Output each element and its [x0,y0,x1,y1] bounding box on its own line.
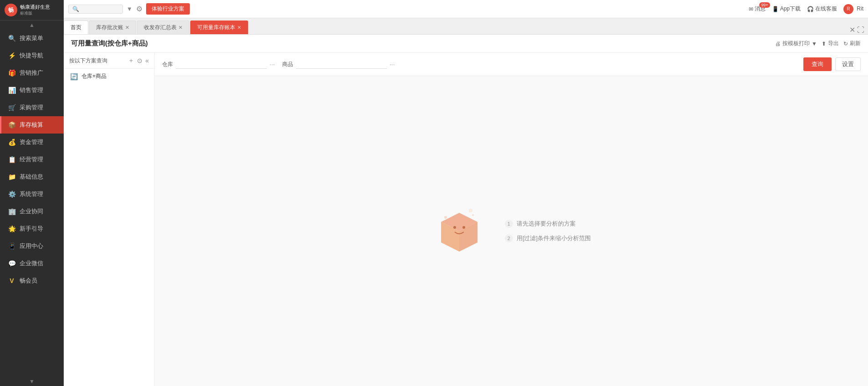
empty-tip-1: 1 请先选择要分析的方案 [505,220,591,228]
tab-receipt-summary-close[interactable]: ✕ [178,25,183,31]
query-button[interactable]: 查询 [803,57,832,71]
message-count: 99+ [759,2,770,8]
search-icon: 🔍 [8,35,16,42]
collapse-filter-button[interactable]: « [145,57,149,65]
empty-state: 1 请先选择要分析的方案 2 用[过滤]条件来缩小分析范围 [155,76,868,386]
sidebar-label-enterprise: 企业协同 [20,207,43,216]
topbar-search-input[interactable] [81,6,117,12]
topbar-gear-icon[interactable]: ⚙ [136,5,142,13]
sidebar-item-newbie[interactable]: 🌟 新手引导 [0,220,64,237]
phone-icon: 📱 [772,6,779,12]
refresh-label: 刷新 [850,40,861,47]
app-download-link[interactable]: 📱 App下载 [772,5,801,13]
clipboard-icon: 📋 [8,156,16,163]
sidebar-label-finance: 资金管理 [20,138,43,146]
tip-number-1: 1 [505,220,513,228]
tab-available-qty[interactable]: 可用量库存账本 ✕ [190,21,248,34]
sidebar-label-vip: 畅会员 [20,277,37,285]
sidebar-item-wechat[interactable]: 💬 企业微信 [0,255,64,272]
product-input[interactable] [296,60,387,69]
tab-receipt-summary[interactable]: 收发存汇总表 ✕ [137,21,189,34]
sidebar-scroll-down[interactable]: ▼ [0,377,64,386]
shortcut-icon: ⚡ [8,52,16,59]
page-header-actions: 🖨 按模板打印 ▼ ⬆ 导出 ↻ 刷新 [775,40,861,47]
print-template-button[interactable]: 🖨 按模板打印 ▼ [775,40,817,47]
sidebar-scroll-up[interactable]: ▲ [0,21,64,30]
cart-icon: 🛒 [8,104,16,111]
sidebar-item-operations[interactable]: 📋 经营管理 [0,151,64,168]
topbar-dropdown-arrow[interactable]: ▼ [127,5,132,12]
sidebar-item-search[interactable]: 🔍 搜索菜单 [0,30,64,47]
export-icon: ⬆ [822,41,826,47]
topbar-right-actions: ✉ 消息 99+ 📱 App下载 🎧 在线客服 R Rit [749,4,863,14]
product-label: 商品 [282,61,293,68]
tab-receipt-summary-label: 收发存汇总表 [144,24,177,31]
app-name-block: 畅康通好生意 标准版 [20,4,50,16]
sidebar-label-wechat: 企业微信 [20,259,43,268]
refresh-button[interactable]: ↻ 刷新 [843,40,861,47]
app-download-label: App下载 [780,5,801,13]
sidebar-item-basic-info[interactable]: 📁 基础信息 [0,168,64,185]
product-more-button[interactable]: ··· [390,61,395,68]
filter-item-warehouse-product[interactable]: 🔄 仓库+商品 [64,69,154,84]
empty-tip-2: 2 用[过滤]条件来缩小分析范围 [505,234,591,242]
app-version: 标准版 [20,10,50,16]
online-service-label: 在线客服 [815,5,837,13]
warehouse-field: 仓库 ··· [162,60,275,69]
sidebar-label-inventory: 库存核算 [20,121,43,129]
sidebar-item-system[interactable]: ⚙️ 系统管理 [0,185,64,203]
export-button[interactable]: ⬆ 导出 [822,40,839,47]
vip-icon: V [8,277,16,284]
settings-filter-button[interactable]: ⊙ [137,57,142,65]
star-icon: 🌟 [8,225,16,232]
sidebar-item-marketing[interactable]: 🎁 营销推广 [0,64,64,82]
sidebar-label-search: 搜索菜单 [20,34,43,42]
sidebar-item-inventory[interactable]: 📦 库存核算 [0,116,64,134]
filter-header-buttons: ＋ ⊙ « [128,57,149,65]
message-badge[interactable]: ✉ 消息 99+ [749,5,766,13]
trial-industry-button[interactable]: 体验行业方案 [146,3,190,15]
sidebar-label-operations: 经营管理 [20,155,43,164]
tab-batch-ledger[interactable]: 库存批次账 ✕ [89,21,136,34]
headset-icon: 🎧 [807,6,814,12]
tab-close-all-button[interactable]: ✕ [849,26,855,34]
sidebar-item-vip[interactable]: V 畅会员 [0,272,64,289]
sidebar-item-shortcut[interactable]: ⚡ 快捷导航 [0,47,64,64]
folder-icon: 📁 [8,173,16,180]
tab-batch-ledger-close[interactable]: ✕ [125,25,129,31]
warehouse-more-button[interactable]: ··· [269,61,275,68]
sidebar-item-finance[interactable]: 💰 资金管理 [0,134,64,151]
warehouse-input[interactable] [176,60,267,69]
app-name: 畅康通好生意 [20,4,50,10]
tip-text-1: 请先选择要分析的方案 [517,220,576,228]
warehouse-label: 仓库 [162,61,173,68]
wechat-icon: 💬 [8,260,16,267]
tab-available-qty-close[interactable]: ✕ [237,25,241,31]
sidebar-item-app-center[interactable]: 📱 应用中心 [0,237,64,255]
tip-number-2: 2 [505,234,513,242]
content-area: 按以下方案查询 ＋ ⊙ « 🔄 仓库+商品 仓库 ··· [64,53,868,386]
online-service-link[interactable]: 🎧 在线客服 [807,5,837,13]
sidebar-item-sales[interactable]: 📊 销售管理 [0,82,64,99]
tab-home[interactable]: 首页 [64,21,88,34]
sidebar-label-basic-info: 基础信息 [20,173,43,181]
svg-point-4 [453,226,456,229]
sidebar-label-app-center: 应用中心 [20,242,43,250]
sidebar-label-shortcut: 快捷导航 [20,51,43,60]
page-title: 可用量查询(按仓库+商品) [71,39,148,48]
sidebar-label-system: 系统管理 [20,190,43,198]
sidebar-item-enterprise[interactable]: 🏢 企业协同 [0,203,64,220]
main-area: 🔍 ▼ ⚙ 体验行业方案 ✉ 消息 99+ 📱 App下载 🎧 在线客服 R R… [64,0,868,386]
topbar-search-box[interactable]: 🔍 [68,5,123,14]
add-filter-button[interactable]: ＋ [128,57,134,65]
sidebar-item-purchase[interactable]: 🛒 采购管理 [0,99,64,116]
empty-tips: 1 请先选择要分析的方案 2 用[过滤]条件来缩小分析范围 [505,220,591,242]
building-icon: 🏢 [8,208,16,215]
empty-illustration [432,204,487,258]
tab-expand-button[interactable]: ⛶ [857,26,864,34]
svg-point-6 [444,216,447,219]
settings-button[interactable]: 设置 [835,57,861,71]
print-dropdown-icon: ▼ [812,41,817,47]
sidebar-label-sales: 销售管理 [20,86,43,94]
user-name[interactable]: R Rit [843,4,863,14]
